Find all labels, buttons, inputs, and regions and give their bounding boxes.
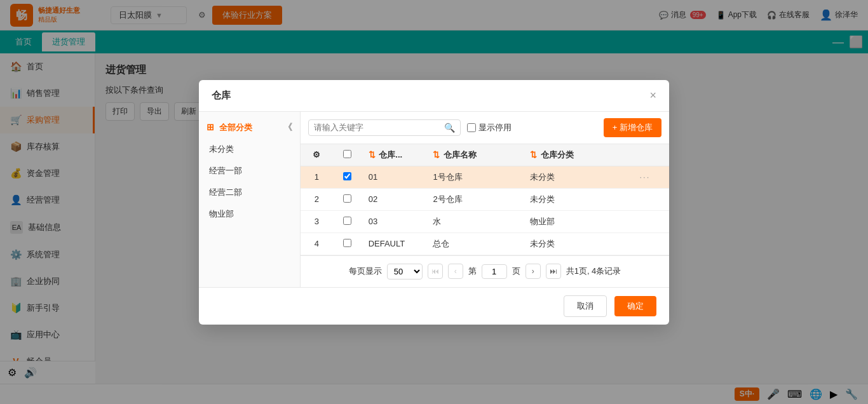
category-item-unclassified[interactable]: 未分类 <box>199 138 300 160</box>
col-header-action <box>621 144 669 166</box>
modal-footer: 取消 确定 <box>199 287 669 325</box>
row-checkbox-cell <box>333 166 362 188</box>
collapse-button[interactable]: 《 <box>283 122 292 133</box>
page-number-input[interactable] <box>482 264 507 279</box>
row-checkbox-cell <box>333 188 362 210</box>
row-category: 未分类 <box>524 166 621 188</box>
row-checkbox-cell <box>333 210 362 232</box>
modal-title: 仓库 <box>212 90 231 102</box>
pagination: 每页显示 10 20 50 100 ⏮ ‹ 第 页 › ⏭ 共1页, 4条记录 <box>301 255 669 287</box>
row-code: DEFAULT <box>362 232 427 255</box>
search-input[interactable] <box>314 123 444 132</box>
add-warehouse-button[interactable]: + 新增仓库 <box>604 118 661 137</box>
row-name: 水 <box>426 210 524 232</box>
modal-overlay: 仓库 × ⊞ 全部分类 《 未分类 经营一部 经营二部 物业部 <box>0 0 868 404</box>
col-header-name: ⇅ 仓库名称 <box>426 144 524 166</box>
sort-cat-icon: ⇅ <box>530 150 537 159</box>
prev-page-button[interactable]: ‹ <box>448 264 463 279</box>
search-icon: 🔍 <box>444 123 455 133</box>
row-action <box>621 210 669 232</box>
select-all-checkbox[interactable] <box>343 150 351 158</box>
row-action <box>621 232 669 255</box>
row-category: 未分类 <box>524 232 621 255</box>
table-panel: 🔍 显示停用 + 新增仓库 ⚙ <box>301 112 669 287</box>
row-code: 02 <box>362 188 427 210</box>
col-header-code: ⇅ 仓库... <box>362 144 427 166</box>
cancel-button[interactable]: 取消 <box>564 295 607 317</box>
col-header-category: ⇅ 仓库分类 <box>524 144 621 166</box>
warehouse-table: ⚙ ⇅ 仓库... ⇅ <box>301 144 669 255</box>
row-code: 01 <box>362 166 427 188</box>
search-wrap: 🔍 <box>308 119 461 136</box>
category-item-property[interactable]: 物业部 <box>199 203 300 225</box>
grid-icon: ⊞ <box>207 122 214 132</box>
row-name: 1号仓库 <box>426 166 524 188</box>
per-page-select[interactable]: 10 20 50 100 <box>387 264 423 279</box>
row-index: 2 <box>301 188 333 210</box>
row-action: ··· <box>621 166 669 188</box>
row-checkbox[interactable] <box>343 239 351 247</box>
confirm-button[interactable]: 确定 <box>614 296 656 316</box>
table-row: 3 03 水 物业部 <box>301 210 669 232</box>
next-page-button[interactable]: › <box>526 264 541 279</box>
show-disabled-checkbox[interactable] <box>467 123 476 132</box>
table-header-row: ⚙ ⇅ 仓库... ⇅ <box>301 144 669 166</box>
row-category: 未分类 <box>524 188 621 210</box>
modal-body: ⊞ 全部分类 《 未分类 经营一部 经营二部 物业部 🔍 <box>199 112 669 287</box>
row-checkbox[interactable] <box>343 194 351 203</box>
modal-header: 仓库 × <box>199 80 669 112</box>
table-row: 1 01 1号仓库 未分类 ··· <box>301 166 669 188</box>
row-action-dots[interactable]: ··· <box>639 172 650 182</box>
sort-code-icon: ⇅ <box>369 150 376 159</box>
col-header-settings: ⚙ <box>301 144 333 166</box>
row-code: 03 <box>362 210 427 232</box>
row-index: 1 <box>301 166 333 188</box>
category-header[interactable]: ⊞ 全部分类 《 <box>199 117 300 138</box>
settings-col-icon: ⚙ <box>313 150 320 159</box>
table-toolbar: 🔍 显示停用 + 新增仓库 <box>301 112 669 144</box>
row-checkbox[interactable] <box>343 172 351 180</box>
row-action <box>621 188 669 210</box>
row-index: 4 <box>301 232 333 255</box>
first-page-button[interactable]: ⏮ <box>428 264 443 279</box>
category-panel: ⊞ 全部分类 《 未分类 经营一部 经营二部 物业部 <box>199 112 301 287</box>
row-name: 总仓 <box>426 232 524 255</box>
category-item-operations1[interactable]: 经营一部 <box>199 160 300 182</box>
row-checkbox[interactable] <box>343 217 351 225</box>
col-header-checkbox <box>333 144 362 166</box>
last-page-button[interactable]: ⏭ <box>546 264 561 279</box>
row-index: 3 <box>301 210 333 232</box>
show-disabled-wrap: 显示停用 <box>467 122 512 133</box>
row-name: 2号仓库 <box>426 188 524 210</box>
table-row: 2 02 2号仓库 未分类 <box>301 188 669 210</box>
sort-name-icon: ⇅ <box>433 150 440 159</box>
warehouse-modal: 仓库 × ⊞ 全部分类 《 未分类 经营一部 经营二部 物业部 <box>199 80 669 325</box>
row-category: 物业部 <box>524 210 621 232</box>
category-item-operations2[interactable]: 经营二部 <box>199 182 300 203</box>
row-checkbox-cell <box>333 232 362 255</box>
modal-close-button[interactable]: × <box>649 89 656 102</box>
table-row: 4 DEFAULT 总仓 未分类 <box>301 232 669 255</box>
